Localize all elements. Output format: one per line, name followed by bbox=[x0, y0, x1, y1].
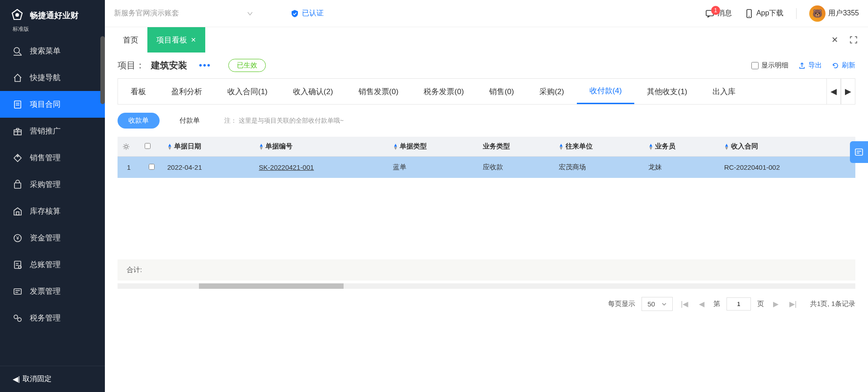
sidebar-item-sales[interactable]: 销售管理 bbox=[0, 144, 105, 171]
section-tab-sales[interactable]: 销售(0) bbox=[476, 79, 527, 104]
show-detail-input[interactable] bbox=[751, 62, 759, 69]
section-tabs-prev[interactable]: ◀ bbox=[826, 78, 841, 105]
section-tab-profit[interactable]: 盈利分析 bbox=[159, 79, 215, 104]
warehouse-icon bbox=[13, 206, 23, 216]
export-icon bbox=[798, 62, 806, 69]
cell-partner: 宏茂商场 bbox=[554, 157, 644, 178]
fullscreen-button[interactable] bbox=[848, 34, 859, 45]
page-prev[interactable]: ◀ bbox=[696, 300, 707, 308]
svg-point-22 bbox=[14, 315, 18, 319]
messages-button[interactable]: 1 消息 bbox=[705, 9, 732, 19]
sidebar-item-ledger[interactable]: 总账管理 bbox=[0, 251, 105, 278]
tab-home[interactable]: 首页 bbox=[114, 27, 147, 53]
svg-rect-11 bbox=[14, 183, 21, 188]
refresh-button[interactable]: 刷新 bbox=[832, 61, 855, 70]
subtab-receipt[interactable]: 收款单 bbox=[118, 113, 160, 129]
svg-rect-15 bbox=[14, 261, 21, 268]
horizontal-scrollbar[interactable] bbox=[118, 283, 855, 289]
section-tab-sales-invoice[interactable]: 销售发票(0) bbox=[346, 79, 411, 104]
brand-name: 畅捷通好业财 bbox=[30, 10, 79, 21]
section-tab-purchase[interactable]: 采购(2) bbox=[527, 79, 577, 104]
col-contract[interactable]: ▲▼收入合同 bbox=[720, 137, 855, 157]
topbar: 新服务官网演示账套 已认证 1 消息 App下载 🐻 bbox=[105, 0, 868, 27]
page-input[interactable] bbox=[726, 297, 751, 311]
sidebar-item-purchase[interactable]: 采购管理 bbox=[0, 171, 105, 198]
tab-label: 项目看板 bbox=[156, 35, 187, 45]
side-panel-toggle[interactable] bbox=[850, 141, 868, 163]
row-checkbox[interactable] bbox=[140, 157, 163, 178]
page-label-pre: 第 bbox=[713, 300, 720, 308]
more-button[interactable]: ••• bbox=[199, 60, 211, 71]
per-page-select[interactable]: 50 bbox=[642, 297, 673, 311]
section-tab-tax-invoice[interactable]: 税务发票(0) bbox=[411, 79, 476, 104]
verified-badge: 已认证 bbox=[290, 9, 324, 18]
section-tabs-container: 看板 盈利分析 收入合同(1) 收入确认(2) 销售发票(0) 税务发票(0) … bbox=[105, 78, 868, 105]
svg-point-30 bbox=[125, 145, 127, 148]
section-tabs-next[interactable]: ▶ bbox=[841, 78, 855, 105]
tenant-selector[interactable]: 新服务官网演示账套 bbox=[114, 9, 272, 18]
cell-doc-no[interactable]: SK-20220421-001 bbox=[255, 157, 389, 178]
app-download-button[interactable]: App下载 bbox=[745, 9, 783, 19]
cell-contract: RC-20220401-002 bbox=[720, 157, 855, 178]
section-tab-income-confirm[interactable]: 收入确认(2) bbox=[280, 79, 346, 104]
subtab-payment[interactable]: 付款单 bbox=[169, 113, 211, 129]
project-label: 项目： bbox=[118, 59, 145, 72]
close-all-button[interactable]: ✕ bbox=[829, 34, 840, 45]
section-tab-income-contract[interactable]: 收入合同(1) bbox=[215, 79, 280, 104]
chevron-down-icon bbox=[247, 10, 253, 17]
col-partner[interactable]: ▲▼往来单位 bbox=[554, 137, 644, 157]
show-detail-checkbox[interactable]: 显示明细 bbox=[751, 61, 788, 70]
svg-point-0 bbox=[15, 13, 19, 17]
sidebar-item-search-menu[interactable]: 搜索菜单 bbox=[0, 38, 105, 64]
brand-edition: 标准版 bbox=[0, 25, 105, 33]
sidebar-item-project-contract[interactable]: 项目合同 bbox=[0, 91, 105, 118]
col-biz-type[interactable]: 业务类型 bbox=[478, 137, 554, 157]
contract-icon bbox=[13, 100, 23, 110]
page-next[interactable]: ▶ bbox=[770, 300, 781, 308]
sidebar-item-marketing[interactable]: 营销推广 bbox=[0, 118, 105, 144]
sub-tabs: 收款单 付款单 注： 这里是与项目关联的全部收付款单哦~ bbox=[105, 105, 868, 137]
col-date[interactable]: ▲▼单据日期 bbox=[163, 137, 255, 157]
table-row[interactable]: 1 2022-04-21 SK-20220421-001 蓝单 应收款 宏茂商场… bbox=[118, 157, 855, 178]
tax-icon bbox=[13, 313, 23, 323]
tab-project-board[interactable]: 项目看板 ✕ bbox=[147, 27, 205, 53]
sidebar-scrollbar[interactable] bbox=[100, 36, 105, 104]
page-first[interactable]: |◀ bbox=[679, 300, 690, 308]
sidebar-label: 搜索菜单 bbox=[30, 46, 61, 56]
verified-text: 已认证 bbox=[302, 9, 324, 18]
sidebar-item-tax[interactable]: 税务管理 bbox=[0, 305, 105, 331]
sidebar-label: 总账管理 bbox=[30, 259, 61, 270]
avatar: 🐻 bbox=[809, 5, 826, 22]
section-tab-stock[interactable]: 出入库 bbox=[700, 79, 748, 104]
col-sales[interactable]: ▲▼业务员 bbox=[644, 137, 719, 157]
payment-table: ▲▼单据日期 ▲▼单据编号 ▲▼单据类型 业务类型 ▲▼往来单位 ▲▼业务员 ▲… bbox=[118, 137, 855, 178]
close-icon[interactable]: ✕ bbox=[191, 36, 196, 43]
sidebar-label: 营销推广 bbox=[30, 126, 61, 136]
sidebar-label: 发票管理 bbox=[30, 286, 61, 296]
sidebar-label: 项目合同 bbox=[30, 99, 61, 110]
message-badge: 1 bbox=[711, 6, 720, 15]
sidebar-unpin-button[interactable]: ◀| 取消固定 bbox=[0, 366, 105, 392]
column-settings-button[interactable] bbox=[118, 137, 140, 157]
sidebar-item-funds[interactable]: ¥ 资金管理 bbox=[0, 225, 105, 251]
money-icon: ¥ bbox=[13, 233, 23, 243]
export-button[interactable]: 导出 bbox=[798, 61, 822, 70]
user-menu[interactable]: 🐻 用户3355 bbox=[809, 5, 859, 22]
table-wrap: ▲▼单据日期 ▲▼单据编号 ▲▼单据类型 业务类型 ▲▼往来单位 ▲▼业务员 ▲… bbox=[118, 137, 855, 178]
col-doc-no[interactable]: ▲▼单据编号 bbox=[255, 137, 389, 157]
page-last[interactable]: ▶| bbox=[788, 300, 798, 308]
sidebar-item-invoice[interactable]: 发票管理 bbox=[0, 278, 105, 305]
section-tabs: 看板 盈利分析 收入合同(1) 收入确认(2) 销售发票(0) 税务发票(0) … bbox=[118, 78, 855, 105]
section-tab-kanban[interactable]: 看板 bbox=[118, 79, 159, 104]
scrollbar-thumb[interactable] bbox=[199, 283, 344, 289]
sidebar-item-inventory[interactable]: 库存核算 bbox=[0, 198, 105, 225]
collapse-icon: ◀| bbox=[13, 375, 20, 383]
section-tab-other[interactable]: 其他收支(1) bbox=[634, 79, 700, 104]
col-doc-type[interactable]: ▲▼单据类型 bbox=[388, 137, 478, 157]
bag-icon bbox=[13, 180, 23, 190]
svg-point-1 bbox=[14, 48, 19, 53]
svg-rect-12 bbox=[16, 212, 19, 215]
select-all-checkbox[interactable] bbox=[140, 137, 163, 157]
sidebar-item-quick-nav[interactable]: 快捷导航 bbox=[0, 64, 105, 91]
section-tab-payment[interactable]: 收付款(4) bbox=[577, 79, 635, 104]
